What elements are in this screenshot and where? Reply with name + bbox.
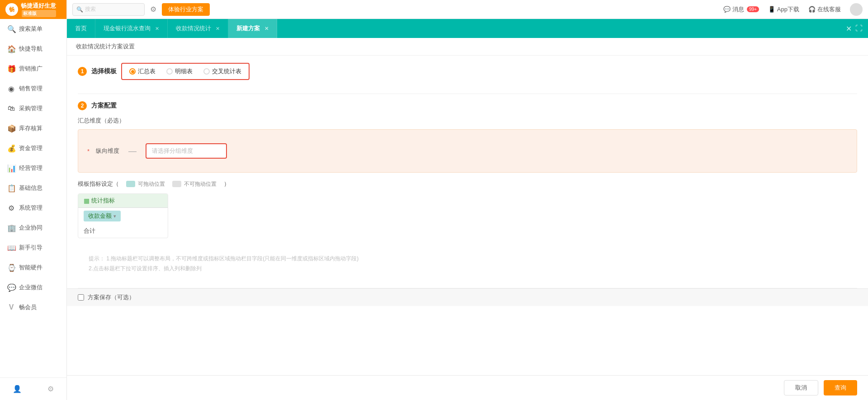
sidebar-item-enterprise-collab-label: 企业协同 bbox=[19, 224, 42, 232]
enterprise-collab-icon: 🏢 bbox=[7, 224, 15, 232]
sidebar-item-purchase[interactable]: 🛍 采购管理 bbox=[0, 99, 66, 118]
logo-text: 畅捷通好生意 bbox=[21, 2, 56, 10]
sidebar-item-sales-label: 销售管理 bbox=[19, 85, 42, 93]
sidebar-item-enterprise-wechat-label: 企业微信 bbox=[19, 283, 42, 292]
radio-detail[interactable]: 明细表 bbox=[166, 67, 193, 75]
sidebar-item-newbie[interactable]: 📖 新手引导 bbox=[0, 238, 66, 258]
tab-new-plan[interactable]: 新建方案 ✕ bbox=[228, 19, 277, 38]
smart-hw-icon: ⌚ bbox=[7, 264, 15, 272]
cancel-button[interactable]: 取消 bbox=[784, 380, 818, 395]
sidebar-item-operations[interactable]: 📊 经营管理 bbox=[0, 158, 66, 178]
topbar-online-service[interactable]: 🎧 在线客服 bbox=[808, 5, 841, 14]
arrow-icon: — bbox=[128, 146, 137, 156]
radio-cross-label: 交叉统计表 bbox=[212, 67, 241, 75]
sidebar-item-inventory-label: 库存核算 bbox=[19, 124, 42, 132]
sidebar-item-enterprise-collab[interactable]: 🏢 企业协同 bbox=[0, 218, 66, 238]
breadcrumb-text: 收款情况统计方案设置 bbox=[76, 43, 135, 50]
content-body: 1 选择模板 汇总表 明细表 交叉统计表 bbox=[67, 56, 868, 375]
app-download-icon: 📱 bbox=[768, 6, 775, 13]
sidebar-item-quick-nav[interactable]: 🏠 快捷导航 bbox=[0, 39, 66, 59]
plan-config: 汇总维度（必选） * 纵向维度 — 请选择分组维度 bbox=[78, 117, 857, 281]
home-icon: 🏠 bbox=[7, 45, 15, 53]
content-footer: 方案保存（可选） bbox=[67, 288, 868, 306]
tab-collection-stats-close[interactable]: ✕ bbox=[216, 26, 220, 32]
tips-title: 提示： bbox=[89, 255, 105, 262]
indicator-table-header: ▦ 统计指标 bbox=[78, 194, 168, 208]
sidebar-item-inventory[interactable]: 📦 库存核算 bbox=[0, 118, 66, 138]
sidebar-item-finance[interactable]: 💰 资金管理 bbox=[0, 138, 66, 158]
system-icon: ⚙ bbox=[7, 204, 15, 212]
search-icon: 🔍 bbox=[7, 25, 15, 33]
step1-num: 1 bbox=[78, 67, 87, 76]
sidebar-item-search[interactable]: 🔍 搜索菜单 bbox=[0, 19, 66, 39]
topbar-app-download[interactable]: 📱 App下载 bbox=[768, 5, 799, 14]
user-avatar[interactable] bbox=[850, 3, 863, 16]
sidebar-item-system[interactable]: ⚙ 系统管理 bbox=[0, 198, 66, 218]
sidebar-item-member-label: 畅会员 bbox=[19, 303, 37, 311]
sidebar-item-enterprise-wechat[interactable]: 💬 企业微信 bbox=[0, 278, 66, 297]
operations-icon: 📊 bbox=[7, 164, 15, 173]
dimension-select[interactable]: 请选择分组维度 bbox=[146, 143, 227, 159]
topbar-right: 💬 消息 99+ 📱 App下载 🎧 在线客服 bbox=[723, 3, 863, 16]
tip-2: 2.点击标题栏下拉可设置排序、插入列和删除列 bbox=[89, 264, 846, 274]
radio-detail-label: 明细表 bbox=[175, 67, 193, 75]
tab-home[interactable]: 首页 bbox=[67, 19, 95, 38]
sidebar-item-smart-hw[interactable]: ⌚ 智能硬件 bbox=[0, 258, 66, 278]
tab-new-plan-label: 新建方案 bbox=[236, 24, 260, 33]
tab-collection-stats[interactable]: 收款情况统计 ✕ bbox=[168, 19, 228, 38]
content-area: 收款情况统计方案设置 1 选择模板 汇总表 明细表 bbox=[67, 38, 868, 400]
vertical-dimension-label: 纵向维度 bbox=[96, 147, 119, 155]
template-radio-group: 汇总表 明细表 交叉统计表 bbox=[121, 63, 250, 80]
sidebar-item-marketing[interactable]: 🎁 营销推广 bbox=[0, 59, 66, 79]
tab-home-label: 首页 bbox=[75, 24, 87, 33]
topbar-search[interactable]: 🔍 搜索 bbox=[72, 3, 145, 16]
message-label: 消息 bbox=[732, 5, 744, 14]
member-icon: V bbox=[7, 303, 15, 311]
inventory-icon: 📦 bbox=[7, 124, 15, 133]
tab-bank-flow[interactable]: 现金银行流水查询 ✕ bbox=[95, 19, 168, 38]
purchase-icon: 🛍 bbox=[7, 104, 15, 113]
step2-label: 方案配置 bbox=[91, 102, 117, 110]
indicator-header: 模板指标设定（ 可拖动位置 不可拖动位置 bbox=[78, 180, 857, 188]
indicator-total-label: 合计 bbox=[84, 227, 95, 235]
online-service-icon: 🎧 bbox=[808, 6, 816, 13]
tip-1: 提示： 1.拖动标题栏可以调整布局，不可跨维度或指标区域拖动栏目字段(只能在同一… bbox=[89, 254, 846, 264]
query-button[interactable]: 查询 bbox=[824, 380, 857, 395]
indicator-title: 模板指标设定（ bbox=[78, 180, 119, 188]
topbar-search-icon: 🔍 bbox=[76, 6, 83, 13]
dimension-area: * 纵向维度 — 请选择分组维度 bbox=[78, 129, 857, 173]
step2-section: 2 方案配置 汇总维度（必选） * 纵向维度 — 请选择分组维度 bbox=[67, 94, 868, 288]
indicator-section: 模板指标设定（ 可拖动位置 不可拖动位置 bbox=[78, 180, 857, 240]
indicator-tag[interactable]: 收款金额 ▾ bbox=[84, 211, 121, 221]
sidebar-bottom-right[interactable]: ⚙ bbox=[47, 385, 54, 393]
sidebar-item-search-label: 搜索菜单 bbox=[19, 25, 42, 33]
save-plan-checkbox[interactable] bbox=[78, 294, 84, 301]
topbar-gear-icon[interactable]: ⚙ bbox=[150, 5, 156, 14]
sidebar-bottom-left[interactable]: 👤 bbox=[13, 385, 22, 393]
indicator-table-row-tag: 收款金额 ▾ bbox=[78, 208, 168, 224]
nav-tabs: 首页 现金银行流水查询 ✕ 收款情况统计 ✕ 新建方案 ✕ ✕ ⛶ bbox=[67, 19, 868, 38]
topbar-industry-btn[interactable]: 体验行业方案 bbox=[162, 3, 210, 16]
radio-cross-circle bbox=[203, 68, 210, 75]
sidebar-item-marketing-label: 营销推广 bbox=[19, 65, 42, 73]
message-badge: 99+ bbox=[747, 6, 759, 12]
radio-cross[interactable]: 交叉统计表 bbox=[203, 67, 241, 75]
fullscreen-icon[interactable]: ⛶ bbox=[855, 24, 863, 33]
tab-new-plan-close[interactable]: ✕ bbox=[264, 26, 269, 32]
indicator-header-icon: ▦ bbox=[84, 197, 90, 204]
radio-summary[interactable]: 汇总表 bbox=[129, 67, 156, 75]
topbar-search-text: 搜索 bbox=[85, 5, 96, 13]
step1-title: 1 选择模板 汇总表 明细表 交叉统计表 bbox=[78, 63, 857, 80]
app-download-label: App下载 bbox=[777, 5, 799, 14]
tab-collection-stats-label: 收款情况统计 bbox=[176, 24, 211, 33]
breadcrumb: 收款情况统计方案设置 bbox=[67, 38, 868, 56]
fixed-box bbox=[172, 181, 181, 187]
sidebar-item-sales[interactable]: ◉ 销售管理 bbox=[0, 79, 66, 99]
tab-bank-flow-close[interactable]: ✕ bbox=[155, 26, 159, 32]
close-tab-icon[interactable]: ✕ bbox=[846, 24, 852, 33]
topbar-message[interactable]: 💬 消息 99+ bbox=[723, 5, 759, 14]
sidebar-item-member[interactable]: V 畅会员 bbox=[0, 297, 66, 317]
indicator-tag-dropdown[interactable]: ▾ bbox=[113, 213, 116, 219]
sidebar-item-basic-info[interactable]: 📋 基础信息 bbox=[0, 178, 66, 198]
message-icon: 💬 bbox=[723, 6, 731, 13]
